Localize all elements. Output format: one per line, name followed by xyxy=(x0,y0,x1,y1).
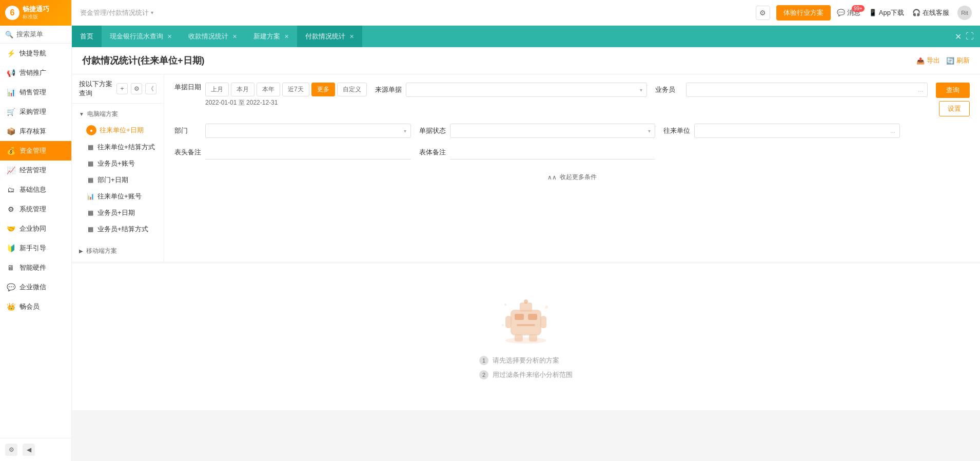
tip-number-2: 2 xyxy=(479,370,488,379)
tab-new-scheme[interactable]: 新建方案 ✕ xyxy=(245,26,297,47)
query-button[interactable]: 查询 xyxy=(936,83,970,98)
svg-rect-4 xyxy=(517,324,535,326)
scheme-collapse-button[interactable]: 《 xyxy=(145,83,156,94)
tab-receipt[interactable]: 收款情况统计 ✕ xyxy=(180,26,245,47)
refresh-button[interactable]: 🔄 刷新 xyxy=(946,56,970,65)
messages-button[interactable]: 💬 消息 99+ xyxy=(837,8,860,17)
chevron-down-icon: ▼ xyxy=(79,111,84,117)
filter-area: 单据日期 上月 本月 本年 近7天 更多 自定义 2022-01-01 至 20… xyxy=(164,74,980,262)
date-range-display: 2022-01-01 至 2022-12-31 xyxy=(205,98,367,107)
tabs-actions: ✕ ⛶ xyxy=(949,26,980,47)
page-title: 付款情况统计(往来单位+日期) xyxy=(82,54,205,67)
avatar-initials: Rit xyxy=(961,10,968,16)
scheme-item-label: 往来单位+结算方式 xyxy=(97,143,155,152)
date-btn-last-month[interactable]: 上月 xyxy=(205,83,229,96)
tab-expand-icon[interactable]: ⛶ xyxy=(966,32,974,41)
user-account[interactable]: Rit xyxy=(957,6,972,20)
tab-payment-label: 付款情况统计 xyxy=(305,32,345,41)
search-icon: 🔍 xyxy=(5,31,13,38)
sidebar-item-hardware[interactable]: 🖥 智能硬件 xyxy=(0,258,71,277)
source-input[interactable]: ▾ xyxy=(406,83,648,97)
salesperson-input[interactable]: ... xyxy=(686,83,928,97)
tab-receipt-close[interactable]: ✕ xyxy=(232,33,237,40)
scheme-item-1[interactable]: ▦ 往来单位+结算方式 xyxy=(72,139,164,155)
sidebar-nav: ⚡ 快捷导航 📢 营销推广 📊 销售管理 🛒 采购管理 📦 库存核算 💰 资金管… xyxy=(0,44,71,438)
sidebar-item-inventory[interactable]: 📦 库存核算 xyxy=(0,122,71,141)
wechat-icon: 💬 xyxy=(6,283,15,292)
sidebar-item-label: 营销推广 xyxy=(19,68,46,77)
settings-button[interactable]: 设置 xyxy=(939,101,970,116)
counterpart-input[interactable]: ... xyxy=(694,124,900,138)
doc-status-input[interactable]: ▾ xyxy=(450,124,656,138)
topbar-settings-button[interactable]: ⚙ xyxy=(756,6,770,20)
sidebar-item-basics[interactable]: 🗂 基础信息 xyxy=(0,180,71,199)
sidebar-item-quick-nav[interactable]: ⚡ 快捷导航 xyxy=(0,44,71,63)
sidebar-item-guide[interactable]: 🔰 新手引导 xyxy=(0,238,71,258)
body-note-input[interactable] xyxy=(450,145,656,159)
sales-icon: 📊 xyxy=(6,88,15,97)
export-button[interactable]: 📤 导出 xyxy=(916,56,940,65)
scheme-item-0[interactable]: ● 往来单位+日期 xyxy=(72,122,164,139)
scheme-add-button[interactable]: + xyxy=(116,83,128,94)
scheme-item-3[interactable]: ▦ 部门+日期 xyxy=(72,172,164,188)
app-download-button[interactable]: 📱 App下载 xyxy=(869,8,904,17)
tip-text-2: 用过滤条件来缩小分析范围 xyxy=(493,370,573,379)
date-btn-7days[interactable]: 近7天 xyxy=(282,83,309,96)
sidebar-footer: ⚙ ◀ xyxy=(0,438,71,461)
sidebar-item-finance[interactable]: 💰 资金管理 xyxy=(0,141,71,161)
svg-rect-8 xyxy=(540,316,546,328)
scheme-settings-button[interactable]: ⚙ xyxy=(131,83,142,94)
empty-tip-2: 2 用过滤条件来缩小分析范围 xyxy=(479,370,573,379)
sidebar-item-wechat[interactable]: 💬 企业微信 xyxy=(0,277,71,297)
trial-button[interactable]: 体验行业方案 xyxy=(776,5,831,21)
scheme-item-5[interactable]: ▦ 业务员+日期 xyxy=(72,205,164,221)
scheme-item-6[interactable]: ▦ 业务员+结算方式 xyxy=(72,221,164,237)
tab-payment[interactable]: 付款情况统计 ✕ xyxy=(297,26,362,47)
date-btn-custom[interactable]: 自定义 xyxy=(337,83,367,96)
header-note-input[interactable] xyxy=(205,145,411,159)
query-btn-area: 查询 设置 xyxy=(936,83,970,116)
date-btn-this-year[interactable]: 本年 xyxy=(257,83,280,96)
date-btn-this-month[interactable]: 本月 xyxy=(231,83,254,96)
scheme-item-4[interactable]: 📊 往来单位+账号 xyxy=(72,188,164,205)
date-btn-more[interactable]: 更多 xyxy=(311,83,335,96)
dept-input[interactable]: ▾ xyxy=(205,124,411,138)
sidebar: 6 畅捷通巧 标准版 🔍 搜索菜单 ⚡ 快捷导航 📢 营销推广 📊 销售管理 🛒… xyxy=(0,0,72,461)
sidebar-item-enterprise[interactable]: 🤝 企业协同 xyxy=(0,219,71,238)
sidebar-item-sales[interactable]: 📊 销售管理 xyxy=(0,83,71,102)
scheme-group-mobile-title[interactable]: ▶ 移动端方案 xyxy=(72,244,164,258)
scheme-item-label: 业务员+日期 xyxy=(97,208,135,217)
svg-rect-1 xyxy=(511,310,541,335)
scheme-item-2[interactable]: ▦ 业务员+账号 xyxy=(72,155,164,172)
service-label: 在线客服 xyxy=(923,8,949,17)
empty-tips: 1 请先选择要分析的方案 2 用过滤条件来缩小分析范围 xyxy=(479,356,573,379)
tab-new-scheme-close[interactable]: ✕ xyxy=(284,33,289,40)
svg-point-0 xyxy=(505,337,546,344)
sidebar-item-operations[interactable]: 📈 经营管理 xyxy=(0,161,71,180)
scheme-group-desktop-title[interactable]: ▼ 电脑端方案 xyxy=(72,107,164,122)
sidebar-item-label: 资金管理 xyxy=(19,146,46,155)
app-name: 畅捷通巧 xyxy=(23,5,49,13)
export-label: 导出 xyxy=(927,56,940,65)
svg-point-13 xyxy=(502,324,504,326)
tab-bank-close[interactable]: ✕ xyxy=(167,33,172,40)
sidebar-item-member[interactable]: 👑 畅会员 xyxy=(0,297,71,316)
collapse-filter-button[interactable]: ∧∧ 收起更多条件 xyxy=(547,169,597,186)
app-logo-icon: 6 xyxy=(5,6,19,20)
tab-home[interactable]: 首页 xyxy=(72,26,102,47)
online-service-button[interactable]: 🎧 在线客服 xyxy=(912,8,949,17)
footer-settings-icon[interactable]: ⚙ xyxy=(5,444,17,456)
search-menu-button[interactable]: 🔍 搜索菜单 xyxy=(0,26,71,44)
footer-collapse-icon[interactable]: ◀ xyxy=(23,444,35,456)
sidebar-item-system[interactable]: ⚙ 系统管理 xyxy=(0,199,71,219)
tab-payment-close[interactable]: ✕ xyxy=(349,33,354,40)
tab-bank[interactable]: 现金银行流水查询 ✕ xyxy=(102,26,180,47)
tab-receipt-label: 收款情况统计 xyxy=(188,32,228,41)
sidebar-item-label: 企业微信 xyxy=(19,283,46,292)
sidebar-item-purchase[interactable]: 🛒 采购管理 xyxy=(0,102,71,122)
sidebar-item-label: 企业协同 xyxy=(19,224,46,233)
svg-rect-9 xyxy=(515,334,523,342)
tab-close-all-icon[interactable]: ✕ xyxy=(955,32,962,42)
scheme-group-desktop: ▼ 电脑端方案 ● 往来单位+日期 ▦ 往来单位+结算方式 ▦ 业务员+账号 xyxy=(72,104,164,240)
sidebar-item-marketing[interactable]: 📢 营销推广 xyxy=(0,63,71,83)
